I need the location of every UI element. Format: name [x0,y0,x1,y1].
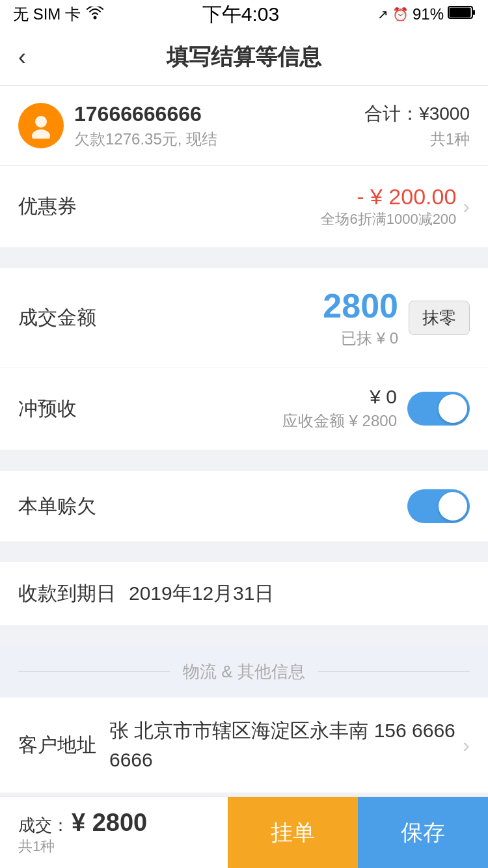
page-title: 填写结算等信息 [167,42,321,72]
alarm-icon: ⏰ [392,7,409,22]
user-info-card: 17666666666 欠款1276.35元, 现结 合计：¥3000 共1种 … [0,86,488,247]
address-value: 张 北京市市辖区海淀区永丰南 156 6666 6666 [109,716,463,774]
address-row[interactable]: 客户地址 张 北京市市辖区海淀区永丰南 156 6666 6666 › [0,698,488,793]
hang-order-button[interactable]: 挂单 [228,797,358,868]
address-card: 客户地址 张 北京市市辖区海淀区永丰南 156 6666 6666 › [0,698,488,793]
coupon-amount: - ¥ 200.00 [321,184,456,210]
coupon-label: 优惠券 [18,193,77,220]
back-button[interactable]: ‹ [18,44,26,71]
location-arrow-icon: ↗ [377,7,388,22]
status-time: 下午4:03 [202,1,279,28]
bottom-total-row: 成交： ¥ 2800 [18,809,210,837]
bottom-deal-amount: ¥ 2800 [72,809,147,837]
bottom-bar: 成交： ¥ 2800 共1种 挂单 保存 [0,796,488,868]
coupon-row[interactable]: 优惠券 - ¥ 200.00 全场6折满1000减200 › [0,165,488,247]
bottom-total-area: 成交： ¥ 2800 共1种 [0,797,228,868]
user-info-row: 17666666666 欠款1276.35元, 现结 合计：¥3000 共1种 [0,86,488,165]
status-right: ↗ ⏰ 91% [377,5,475,23]
section-divider-4 [0,636,488,646]
section-divider-1 [0,258,488,268]
svg-point-4 [35,116,47,128]
user-avatar [18,103,64,148]
prepay-receivable: 应收金额 ¥ 2800 [282,411,397,431]
battery-percent: 91% [413,5,444,23]
allowance-card: 本单赊欠 [0,471,488,541]
prepay-value-area: ¥ 0 应收金额 ¥ 2800 [282,386,397,431]
svg-point-0 [94,16,97,20]
due-date-row: 收款到期日 2019年12月31日 [0,562,488,625]
logistics-line-right [318,671,470,672]
svg-point-5 [32,129,50,139]
prepay-row: 冲预收 ¥ 0 应收金额 ¥ 2800 [0,368,488,450]
deal-amount-card: 成交金额 2800 已抹 ¥ 0 抹零 冲预收 ¥ 0 应收金额 ¥ 2800 [0,268,488,450]
allowance-toggle[interactable] [407,489,470,523]
address-label: 客户地址 [18,732,96,759]
allowance-row: 本单赊欠 [0,471,488,541]
save-button[interactable]: 保存 [358,797,488,868]
deal-amount-value-area: 2800 已抹 ¥ 0 [323,286,398,349]
user-right: 合计：¥3000 共1种 [364,102,470,150]
due-date-value: 2019年12月31日 [129,580,274,607]
user-debt: 欠款1276.35元, 现结 [74,129,217,150]
address-chevron-icon: › [463,733,470,757]
svg-rect-2 [449,8,470,18]
user-count: 共1种 [364,129,470,150]
prepay-toggle[interactable] [407,392,470,426]
sim-status: 无 SIM 卡 [13,4,81,25]
status-left: 无 SIM 卡 [13,4,104,25]
due-date-label: 收款到期日 [18,580,116,607]
prepay-right: ¥ 0 应收金额 ¥ 2800 [282,386,470,431]
logistics-text: 物流 & 其他信息 [183,660,305,683]
logistics-line-left [18,671,170,672]
nav-bar: ‹ 填写结算等信息 [0,29,488,86]
svg-rect-3 [473,10,475,15]
logistics-header: 物流 & 其他信息 [0,646,488,698]
coupon-info: - ¥ 200.00 全场6折满1000减200 [321,184,456,229]
user-details: 17666666666 欠款1276.35元, 现结 [74,102,217,150]
battery-icon [448,5,475,23]
bottom-deal-label: 成交： [18,814,69,837]
deal-amount-sub: 已抹 ¥ 0 [323,328,398,349]
deal-amount-value: 2800 [323,286,398,325]
due-date-card: 收款到期日 2019年12月31日 [0,562,488,625]
allowance-label: 本单赊欠 [18,493,96,520]
bottom-count: 共1种 [18,837,210,856]
deal-amount-label: 成交金额 [18,305,109,331]
section-divider-3 [0,552,488,562]
status-bar: 无 SIM 卡 下午4:03 ↗ ⏰ 91% [0,0,488,29]
section-divider-2 [0,461,488,471]
chevron-right-icon: › [463,195,470,219]
user-left: 17666666666 欠款1276.35元, 现结 [18,102,217,150]
round-zero-button[interactable]: 抹零 [409,301,470,335]
coupon-right: - ¥ 200.00 全场6折满1000减200 › [321,184,470,229]
coupon-detail: 全场6折满1000减200 [321,210,456,229]
user-phone: 17666666666 [74,102,217,126]
deal-amount-row: 成交金额 2800 已抹 ¥ 0 抹零 [0,268,488,368]
deal-amount-right: 2800 已抹 ¥ 0 抹零 [323,286,470,349]
user-total: 合计：¥3000 [364,102,470,126]
prepay-amount: ¥ 0 [282,386,397,408]
wifi-icon [86,5,104,23]
prepay-label: 冲预收 [18,396,77,422]
